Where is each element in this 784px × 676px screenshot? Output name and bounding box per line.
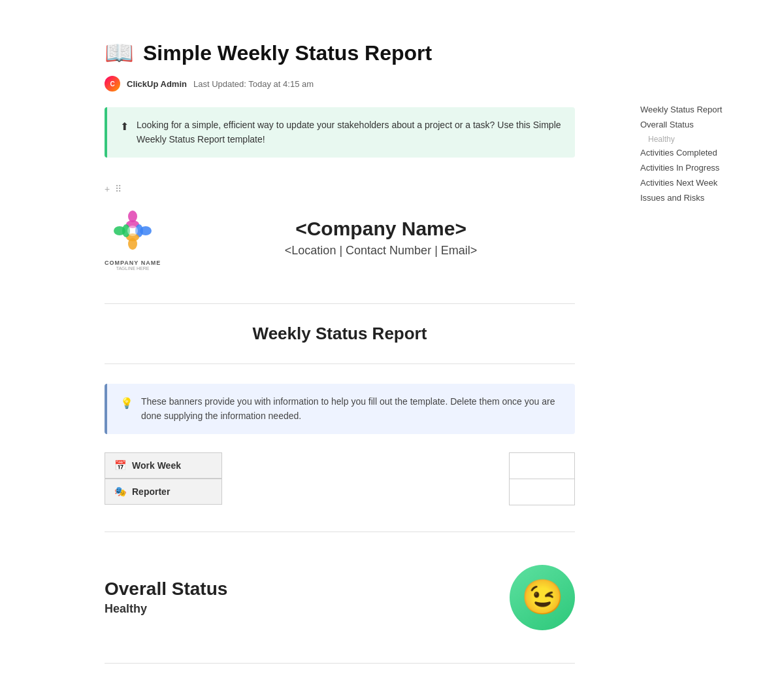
company-info: <Company Name> <Location | Contact Numbe… (187, 218, 575, 258)
divider-2 (105, 363, 575, 364)
sidebar-item-activities-next-week[interactable]: Activities Next Week (640, 178, 745, 188)
info-banner-green-text: Looking for a simple, efficient way to u… (137, 118, 562, 147)
bulb-icon: 💡 (120, 395, 133, 412)
meta-row: C ClickUp Admin Last Updated: Today at 4… (105, 76, 575, 92)
sidebar-item-activities-completed[interactable]: Activities Completed (640, 148, 745, 158)
info-banner-green: ⬆ Looking for a simple, efficient way to… (105, 107, 575, 158)
reporter-icon: 🎭 (114, 486, 127, 498)
company-contact: <Location | Contact Number | Email> (187, 244, 575, 258)
overall-status-value: Healthy (105, 602, 510, 616)
work-week-text: Work Week (132, 460, 181, 471)
grid-icon[interactable]: ⠿ (115, 184, 122, 194)
calendar-icon: 📅 (114, 460, 127, 471)
overall-status-section: Overall Status Healthy 😉 (105, 552, 575, 643)
work-week-label: 📅 Work Week (114, 460, 181, 471)
overall-status-text: Overall Status Healthy (105, 579, 510, 616)
divider-3 (105, 532, 575, 532)
smiley-icon: 😉 (510, 565, 575, 630)
sidebar: Weekly Status Report Overall Status Heal… (627, 0, 758, 676)
page-title: Simple Weekly Status Report (143, 41, 432, 65)
page-title-row: 📖 Simple Weekly Status Report (105, 39, 575, 67)
company-name-text: COMPANY NAME (105, 260, 161, 266)
company-logo-container: COMPANY NAME TAGLINE HERE (105, 205, 161, 271)
info-banner-blue: 💡 These banners provide you with informa… (105, 384, 575, 434)
weekly-status-title: Weekly Status Report (105, 324, 575, 344)
reporter-text: Reporter (132, 486, 170, 497)
svg-point-8 (127, 226, 138, 236)
info-table: 📅 Work Week 🎭 Reporter (105, 452, 575, 505)
sidebar-item-overall-status[interactable]: Overall Status (640, 120, 745, 129)
divider-4 (105, 663, 575, 664)
avatar: C (105, 76, 120, 92)
overall-status-title: Overall Status (105, 579, 510, 600)
info-banner-blue-text: These banners provide you with informati… (141, 394, 562, 424)
company-logo (106, 205, 159, 257)
table-row: 📅 Work Week (105, 452, 575, 479)
upload-icon: ⬆ (120, 118, 129, 135)
reporter-label: 🎭 Reporter (114, 486, 170, 498)
last-updated: Last Updated: Today at 4:15 am (193, 79, 314, 89)
plus-icon[interactable]: + (105, 184, 110, 194)
company-name: <Company Name> (187, 218, 575, 240)
company-tagline: TAGLINE HERE (116, 266, 150, 271)
sidebar-item-activities-in-progress[interactable]: Activities In Progress (640, 163, 745, 173)
divider-1 (105, 303, 575, 304)
meta-author: ClickUp Admin (127, 79, 187, 89)
title-icon: 📖 (105, 39, 134, 67)
sidebar-subitem-healthy[interactable]: Healthy (648, 135, 745, 144)
sidebar-item-issues-risks[interactable]: Issues and Risks (640, 193, 745, 203)
table-row: 🎭 Reporter (105, 479, 575, 505)
work-week-value[interactable] (510, 452, 575, 479)
company-section: COMPANY NAME TAGLINE HERE <Company Name>… (105, 205, 575, 277)
reporter-value[interactable] (510, 479, 575, 505)
main-content: 📖 Simple Weekly Status Report C ClickUp … (0, 0, 627, 676)
add-row: + ⠿ (105, 184, 575, 194)
sidebar-item-weekly-status[interactable]: Weekly Status Report (640, 105, 745, 114)
